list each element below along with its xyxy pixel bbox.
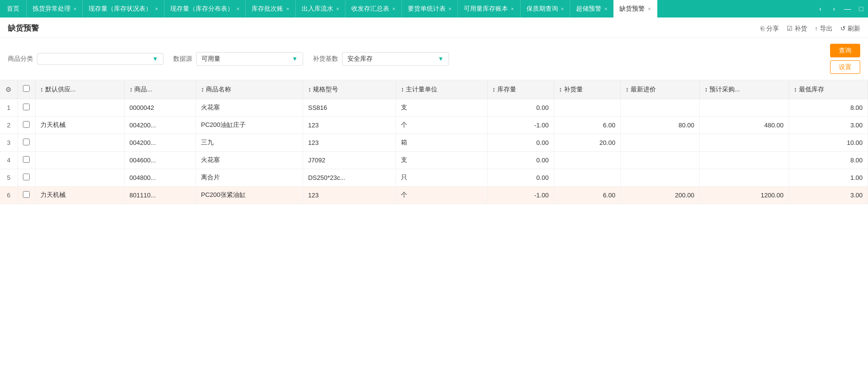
tab-close-order-stats[interactable]: ×: [449, 6, 452, 12]
row-checkbox-cell: [18, 151, 35, 169]
row-latest-price: [620, 151, 699, 169]
row-checkbox[interactable]: [23, 104, 30, 110]
row-est-purchase: 1200.00: [700, 186, 789, 204]
tab-close-overstock[interactable]: ×: [604, 6, 607, 12]
tab-item-inventory-dist[interactable]: 现存量（库存分布表）×: [164, 0, 246, 18]
datasource-select[interactable]: 可用量 ▼: [196, 52, 303, 66]
refresh-button[interactable]: ↺ 刷新: [840, 24, 860, 33]
row-est-purchase: [700, 134, 789, 151]
row-replenish: 20.00: [554, 134, 620, 151]
data-table: ⚙ ↕ 默认供应... ↕ 商品... ↕ 商品名称 ↕: [0, 80, 868, 204]
category-select[interactable]: ▼: [37, 53, 163, 65]
tab-next-btn[interactable]: ›: [827, 0, 841, 18]
row-code: 0000042: [125, 99, 196, 116]
row-min-stock: 8.00: [789, 151, 868, 169]
share-button[interactable]: ⎗ 分享: [760, 24, 779, 33]
tab-label-inventory-dist: 现存量（库存分布表）: [170, 4, 234, 13]
row-checkbox[interactable]: [23, 156, 30, 163]
tab-close-inventory-dist[interactable]: ×: [236, 6, 239, 12]
settings-gear-icon[interactable]: ⚙: [5, 86, 12, 93]
row-unit: 个: [396, 116, 487, 134]
tab-item-exception[interactable]: 拣货异常处理×: [27, 0, 83, 18]
settings-button[interactable]: 设置: [830, 60, 860, 74]
row-num: 1: [0, 99, 18, 116]
tab-item-shortage[interactable]: 缺货预警×: [614, 0, 657, 18]
tab-close-shortage[interactable]: ×: [648, 6, 651, 12]
tab-item-batch[interactable]: 库存批次账×: [246, 0, 295, 18]
row-name: PC200油缸庄子: [196, 116, 303, 134]
tab-item-available[interactable]: 可用量库存账本×: [458, 0, 520, 18]
page-header: 缺货预警 ⎗ 分享 ☑ 补货 ↑ 导出 ↺ 刷新: [0, 18, 868, 38]
row-code: 004200...: [125, 116, 196, 134]
table-row: 6 力天机械 801110... PC200张紧油缸 123 个 -1.00 6…: [0, 186, 868, 204]
row-spec: DS250*23c...: [303, 169, 396, 186]
header-actions: ⎗ 分享 ☑ 补货 ↑ 导出 ↺ 刷新: [760, 24, 861, 33]
col-header-spec: ↕ 规格型号: [303, 80, 396, 99]
datasource-value: 可用量: [201, 54, 220, 63]
tab-item-overstock[interactable]: 超储预警×: [570, 0, 614, 18]
filter-bar: 商品分类 ▼ 数据源 可用量 ▼ 补货基数 安全库存 ▼ 查询 设置: [0, 38, 868, 80]
row-unit: 箱: [396, 134, 487, 151]
row-checkbox[interactable]: [23, 174, 30, 180]
tab-item-order-stats[interactable]: 要货单统计表×: [402, 0, 458, 18]
tab-close-flow[interactable]: ×: [336, 6, 339, 12]
tab-close-exception[interactable]: ×: [73, 6, 76, 12]
row-spec: 123: [303, 186, 396, 204]
tab-item-home[interactable]: 首页: [0, 0, 27, 18]
col-header-supplier: ↕ 默认供应...: [35, 80, 125, 99]
window-maximize-btn[interactable]: □: [854, 0, 868, 18]
row-spec: 123: [303, 134, 396, 151]
col-header-latest-price: ↕ 最新进价: [620, 80, 699, 99]
row-latest-price: [620, 169, 699, 186]
tab-label-expiry: 保质期查询: [526, 4, 558, 13]
datasource-dropdown-icon: ▼: [292, 55, 298, 62]
tab-close-inventory-status[interactable]: ×: [155, 6, 158, 12]
row-checkbox-cell: [18, 99, 35, 116]
tab-close-collection[interactable]: ×: [392, 6, 395, 12]
col-header-replenish: ↕ 补货量: [554, 80, 620, 99]
replenish-basis-select[interactable]: 安全库存 ▼: [342, 52, 449, 66]
row-min-stock: 3.00: [789, 186, 868, 204]
tab-item-expiry[interactable]: 保质期查询×: [521, 0, 570, 18]
tab-close-available[interactable]: ×: [511, 6, 514, 12]
tab-item-inventory-status[interactable]: 现存量（库存状况表）×: [83, 0, 164, 18]
row-checkbox[interactable]: [23, 121, 30, 128]
tab-prev-btn[interactable]: ‹: [814, 0, 827, 18]
tab-item-flow[interactable]: 出入库流水×: [296, 0, 345, 18]
tab-close-batch[interactable]: ×: [286, 6, 289, 12]
tab-close-expiry[interactable]: ×: [561, 6, 564, 12]
tab-item-collection[interactable]: 收发存汇总表×: [345, 0, 401, 18]
row-est-purchase: 480.00: [700, 116, 789, 134]
col-header-unit: ↕ 主计量单位: [396, 80, 487, 99]
row-name: 离合片: [196, 169, 303, 186]
row-replenish: [554, 169, 620, 186]
row-checkbox-cell: [18, 116, 35, 134]
row-replenish: 6.00: [554, 116, 620, 134]
row-supplier: [35, 134, 125, 151]
row-est-purchase: [700, 169, 789, 186]
table-row: 1 0000042 火花塞 SS816 支 0.00 8.00: [0, 99, 868, 116]
query-button[interactable]: 查询: [830, 44, 860, 57]
tab-label-collection: 收发存汇总表: [351, 4, 389, 13]
tab-label-inventory-status: 现存量（库存状况表）: [89, 4, 152, 13]
replenish-button[interactable]: ☑ 补货: [787, 24, 807, 33]
filter-actions: 查询 设置: [830, 44, 860, 74]
row-spec: J7092: [303, 151, 396, 169]
row-min-stock: 1.00: [789, 169, 868, 186]
window-minimize-btn[interactable]: —: [841, 0, 854, 18]
export-button[interactable]: ↑ 导出: [815, 24, 833, 33]
row-checkbox[interactable]: [23, 139, 30, 145]
row-supplier: 力天机械: [35, 116, 125, 134]
select-all-checkbox[interactable]: [23, 85, 30, 92]
row-num: 5: [0, 169, 18, 186]
row-checkbox[interactable]: [23, 191, 30, 198]
tab-label-available: 可用量库存账本: [464, 4, 508, 13]
replenish-basis-filter-group: 补货基数 安全库存 ▼: [313, 52, 449, 66]
tab-label-batch: 库存批次账: [252, 4, 283, 13]
datasource-filter-group: 数据源 可用量 ▼: [173, 52, 303, 66]
row-replenish: 6.00: [554, 186, 620, 204]
tab-bar: 首页拣货异常处理×现存量（库存状况表）×现存量（库存分布表）×库存批次账×出入库…: [0, 0, 868, 18]
col-header-code: ↕ 商品...: [125, 80, 196, 99]
row-unit: 支: [396, 99, 487, 116]
table-container: ⚙ ↕ 默认供应... ↕ 商品... ↕ 商品名称 ↕: [0, 80, 868, 387]
